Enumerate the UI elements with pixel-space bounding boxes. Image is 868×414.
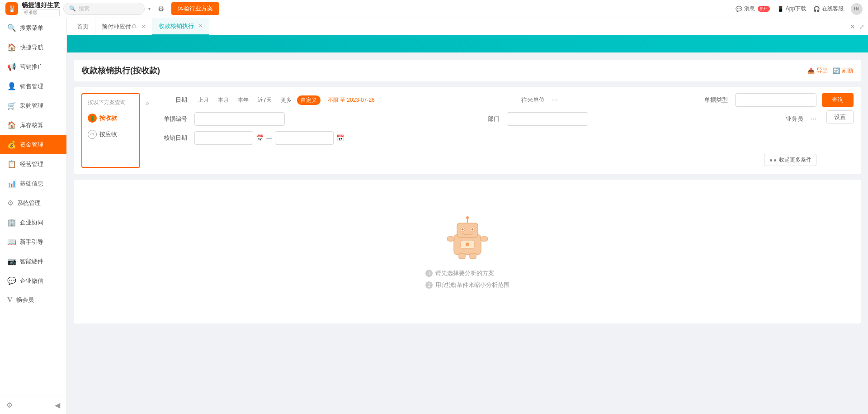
date-tab-this-month[interactable]: 本月 xyxy=(214,95,232,105)
sidebar-item-guide[interactable]: 📖 新手引导 xyxy=(0,232,66,252)
dept-select[interactable] xyxy=(507,112,588,126)
search-bar-top[interactable]: 🔍 搜索 xyxy=(63,3,145,15)
sidebar-item-label: 库存核算 xyxy=(20,121,43,129)
date-separator: — xyxy=(266,135,272,142)
tab-prepay-close[interactable]: ✕ xyxy=(142,24,146,29)
sidebar-item-wechat-biz[interactable]: 💬 企业微信 xyxy=(0,271,66,290)
writeoff-date-label: 核销日期 xyxy=(160,134,187,142)
sidebar-item-label: 智能硬件 xyxy=(20,257,43,266)
hint-num-1: 1 xyxy=(425,270,433,277)
footer-settings-icon[interactable]: ⚙ xyxy=(6,401,13,409)
collect-option-icon: 💲 xyxy=(88,114,97,123)
sidebar-item-label: 企业微信 xyxy=(20,277,43,285)
chevron-down-icon[interactable]: ▾ xyxy=(148,6,151,11)
hint-text-1: 请先选择要分析的方案 xyxy=(435,269,494,277)
filter-option-by-receivable[interactable]: ⏱ 按应收 xyxy=(82,126,139,143)
message-icon: 💬 xyxy=(736,6,742,12)
search-placeholder-text: 搜索 xyxy=(79,5,90,13)
header-right: 💬 消息 99+ 📱 App下载 🎧 在线客服 Rit xyxy=(736,3,863,15)
sidebar-item-vip[interactable]: V 畅会员 xyxy=(0,290,66,309)
salesman-dots[interactable]: ··· xyxy=(811,115,816,123)
cooperation-icon: 🏢 xyxy=(7,218,16,227)
headset-icon: 🎧 xyxy=(813,6,820,12)
refresh-button[interactable]: 🔄 刷新 xyxy=(833,67,854,75)
sales-icon: 👤 xyxy=(7,82,16,90)
sidebar-item-search-menu[interactable]: 🔍 搜索菜单 xyxy=(0,18,66,38)
sidebar-item-quick-nav[interactable]: 🏠 快捷导航 xyxy=(0,38,66,57)
filter-collapse-btn[interactable]: » xyxy=(146,93,155,168)
counterparty-label: 往来单位 xyxy=(518,96,545,104)
writeoff-start-date[interactable]: 2023-03-01 xyxy=(194,131,253,145)
export-button[interactable]: 📤 导出 xyxy=(807,67,828,75)
collapse-more-label: 收起更多条件 xyxy=(779,156,811,164)
app-name: 畅捷通好生意 xyxy=(22,1,60,9)
purchase-icon: 🛒 xyxy=(7,101,16,110)
sidebar-item-basic-info[interactable]: 📊 基础信息 xyxy=(0,174,66,193)
collapse-more-btn[interactable]: ∧∧ 收起更多条件 xyxy=(764,154,816,166)
settings-button[interactable]: 设置 xyxy=(826,110,854,124)
doc-no-input[interactable] xyxy=(194,112,285,126)
online-service-action[interactable]: 🎧 在线客服 xyxy=(813,5,844,13)
sidebar-item-finance[interactable]: 💰 资金管理 xyxy=(0,135,66,154)
date-tab-last-month[interactable]: 上月 xyxy=(194,95,212,105)
settings-icon-top[interactable]: ⚙ xyxy=(158,5,164,13)
sidebar-item-label: 新手引导 xyxy=(20,238,43,246)
tabs-right-actions: ✕ ⤢ xyxy=(850,23,864,30)
query-button[interactable]: 查询 xyxy=(822,93,854,107)
tab-collect-close[interactable]: ✕ xyxy=(198,23,203,29)
svg-point-5 xyxy=(471,228,473,231)
date-tab-7days[interactable]: 近7天 xyxy=(254,95,275,105)
sidebar-item-business[interactable]: 📋 经营管理 xyxy=(0,154,66,174)
calendar-end-icon[interactable]: 📅 xyxy=(336,134,344,142)
message-action[interactable]: 💬 消息 99+ xyxy=(736,5,770,13)
wechat-biz-icon: 💬 xyxy=(7,276,16,285)
sidebar-item-marketing[interactable]: 📢 营销推广 xyxy=(0,57,66,76)
svg-point-13 xyxy=(466,243,469,246)
user-avatar[interactable]: Rit xyxy=(851,3,863,15)
hint-num-2: 2 xyxy=(425,281,433,289)
filter-option-by-collect[interactable]: 💲 按收款 xyxy=(82,110,139,126)
vip-icon: V xyxy=(7,296,13,304)
counterparty-dots[interactable]: ··· xyxy=(552,96,558,104)
docno-filter-row: 单据编号 部门 业务员 ··· xyxy=(160,112,816,126)
sidebar-item-purchase[interactable]: 🛒 采购管理 xyxy=(0,96,66,115)
hint-text-2: 用[过滤]条件来缩小分析范围 xyxy=(435,281,509,289)
sidebar-item-smart-hw[interactable]: 📷 智能硬件 xyxy=(0,252,66,271)
calendar-start-icon[interactable]: 📅 xyxy=(256,134,264,142)
collapse-more-row: ∧∧ 收起更多条件 xyxy=(160,150,816,168)
writeoff-end-date[interactable]: 2023-07-21 xyxy=(275,131,334,145)
sidebar-item-inventory[interactable]: 🏠 库存核算 xyxy=(0,115,66,135)
app-download-action[interactable]: 📱 App下载 xyxy=(777,5,806,13)
main-layout: 🔍 搜索菜单 🏠 快捷导航 📢 营销推广 👤 销售管理 🛒 采购管理 🏠 库存核… xyxy=(0,18,868,414)
tab-prepay[interactable]: 预付冲应付单 ✕ xyxy=(95,18,152,35)
filter-panel: 按以下方案查询 💲 按收款 ⏱ 按应收 » xyxy=(74,87,861,174)
tab-collect[interactable]: 收款核销执行 ✕ xyxy=(152,18,209,35)
industry-btn[interactable]: 体验行业方案 xyxy=(171,2,219,15)
tab-home[interactable]: 首页 xyxy=(71,18,95,35)
app-logo: 🐰 xyxy=(5,2,18,15)
close-window-icon[interactable]: ✕ xyxy=(850,23,855,30)
page-header: 收款核销执行(按收款) 📤 导出 🔄 刷新 xyxy=(74,60,861,81)
content-area: 首页 预付冲应付单 ✕ 收款核销执行 ✕ ✕ ⤢ 收款核销执行(按收款) xyxy=(67,18,868,414)
sidebar-item-cooperation[interactable]: 🏢 企业协同 xyxy=(0,213,66,232)
filter-sidebar: 按以下方案查询 💲 按收款 ⏱ 按应收 xyxy=(81,93,140,168)
teal-accent-bar xyxy=(67,35,868,52)
maximize-window-icon[interactable]: ⤢ xyxy=(859,23,864,30)
writeoff-date-row: 核销日期 2023-03-01 📅 — 2023-07-21 📅 xyxy=(160,131,816,145)
sidebar-item-label: 基础信息 xyxy=(20,180,43,188)
date-tab-more[interactable]: 更多 xyxy=(277,95,295,105)
tabs-bar: 首页 预付冲应付单 ✕ 收款核销执行 ✕ ✕ ⤢ xyxy=(67,18,868,35)
date-tab-custom[interactable]: 自定义 xyxy=(297,95,321,105)
sidebar-item-system[interactable]: ⚙ 系统管理 xyxy=(0,193,66,213)
svg-point-4 xyxy=(461,228,463,231)
sidebar-item-sales[interactable]: 👤 销售管理 xyxy=(0,76,66,96)
sidebar-item-label: 销售管理 xyxy=(20,82,43,90)
footer-collapse-icon[interactable]: ◀ xyxy=(55,401,60,409)
date-tab-this-year[interactable]: 本年 xyxy=(234,95,252,105)
svg-rect-11 xyxy=(470,253,476,259)
collapse-sidebar-icon[interactable]: » xyxy=(146,100,149,107)
tab-collect-label: 收款核销执行 xyxy=(159,22,194,30)
date-tabs: 上月 本月 本年 近7天 更多 自定义 xyxy=(194,95,321,105)
system-icon: ⚙ xyxy=(7,199,14,207)
doc-type-select[interactable] xyxy=(735,93,816,107)
